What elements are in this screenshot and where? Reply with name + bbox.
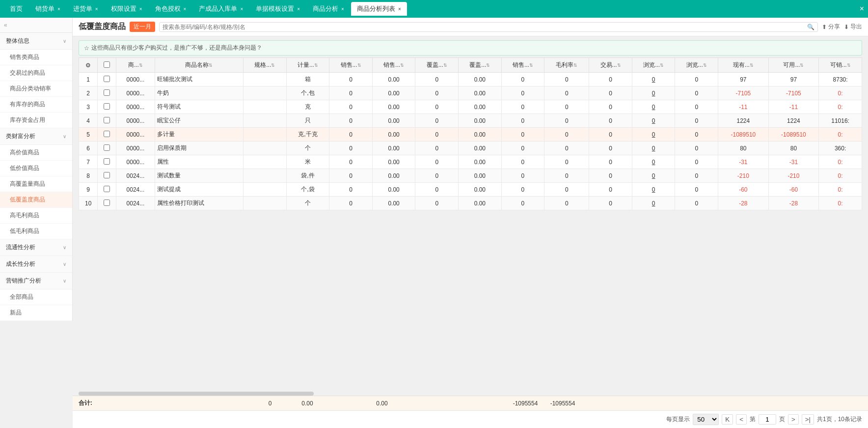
browse-link[interactable]: 0 — [652, 117, 655, 124]
table-column-header[interactable]: 可销...⇅ — [819, 58, 862, 73]
date-filter-button[interactable]: 近一月 — [130, 22, 155, 32]
row-checkbox[interactable] — [104, 144, 110, 151]
sidebar-section-title[interactable]: 营销推广分析∨ — [0, 273, 72, 289]
sidebar-item[interactable]: 低毛利商品 — [0, 224, 72, 239]
browse-link[interactable]: 0 — [652, 131, 655, 138]
sidebar-item[interactable]: 全部商品 — [0, 289, 72, 305]
sort-icon[interactable]: ⇅ — [800, 63, 804, 68]
row-checkbox[interactable] — [104, 158, 110, 165]
sidebar-section-title[interactable]: 整体信息∨ — [0, 33, 72, 50]
row-checkbox[interactable] — [104, 76, 110, 82]
sort-icon[interactable]: ⇅ — [314, 63, 318, 68]
settings-icon[interactable]: ⚙ — [85, 62, 91, 69]
table-column-header[interactable]: 销售...⇅ — [372, 58, 415, 73]
page-number-input[interactable] — [759, 414, 776, 425]
horizontal-scrollbar[interactable] — [79, 392, 862, 396]
table-column-header[interactable]: 商品名称⇅ — [155, 58, 243, 73]
sidebar-item[interactable]: 商品分类动销率 — [0, 81, 72, 97]
row-checkbox[interactable] — [104, 186, 110, 192]
sort-icon[interactable]: ⇅ — [529, 63, 533, 68]
browse-link[interactable]: 0 — [652, 104, 655, 111]
table-column-header[interactable]: 浏览...⇅ — [632, 58, 675, 73]
table-column-header[interactable]: 可用...⇅ — [768, 58, 819, 73]
browse-link[interactable]: 0 — [652, 76, 655, 83]
sidebar-collapse-icon[interactable]: « — [4, 22, 7, 29]
nav-tab[interactable]: 进货单 × — [67, 2, 104, 16]
sort-icon[interactable]: ⇅ — [847, 63, 851, 68]
tab-close[interactable]: × — [341, 6, 344, 12]
table-column-header[interactable]: 现有...⇅ — [718, 58, 769, 73]
table-column-header[interactable]: 销售...⇅ — [501, 58, 544, 73]
sort-icon[interactable]: ⇅ — [486, 63, 490, 68]
sidebar-item[interactable]: 低覆盖度商品 — [0, 192, 72, 208]
row-checkbox[interactable] — [104, 103, 110, 110]
select-all-checkbox[interactable] — [104, 61, 110, 68]
nav-tab[interactable]: 商品分析列表 × — [351, 2, 407, 16]
table-column-header[interactable]: 计量...⇅ — [286, 58, 329, 73]
nav-tab[interactable]: 商品分析 × — [307, 2, 350, 16]
browse-link[interactable]: 0 — [652, 172, 655, 179]
browse-link[interactable]: 0 — [652, 186, 655, 193]
nav-tab[interactable]: 销货单 × — [29, 2, 66, 16]
browse-link[interactable]: 0 — [652, 145, 655, 152]
tab-close[interactable]: × — [398, 6, 401, 12]
search-icon[interactable]: 🔍 — [807, 24, 814, 30]
next-page-button[interactable]: > — [788, 414, 799, 425]
sort-icon[interactable]: ⇅ — [660, 63, 664, 68]
nav-tab[interactable]: 单据模板设置 × — [250, 2, 306, 16]
browse-link[interactable]: 0 — [652, 200, 655, 207]
table-column-header[interactable]: 浏览...⇅ — [675, 58, 718, 73]
sort-icon[interactable]: ⇅ — [139, 63, 143, 68]
prev-page-button[interactable]: < — [736, 414, 747, 425]
row-checkbox[interactable] — [104, 131, 110, 137]
share-button[interactable]: ⬆ 分享 — [822, 23, 840, 31]
sidebar-item[interactable]: 低价值商品 — [0, 161, 72, 176]
sidebar-item[interactable]: 高毛利商品 — [0, 208, 72, 224]
table-column-header[interactable]: 交易...⇅ — [589, 58, 632, 73]
tab-close[interactable]: × — [297, 6, 300, 12]
row-checkbox[interactable] — [104, 172, 110, 178]
sidebar-item[interactable]: 高价值商品 — [0, 145, 72, 161]
table-column-header[interactable]: 覆盖...⇅ — [459, 58, 502, 73]
row-checkbox[interactable] — [104, 117, 110, 123]
last-page-button[interactable]: >| — [802, 414, 814, 425]
per-page-select[interactable]: 50 100 200 — [693, 414, 719, 425]
sidebar-item[interactable]: 交易过的商品 — [0, 65, 72, 81]
sort-icon[interactable]: ⇅ — [400, 63, 404, 68]
table-column-header[interactable]: 销售...⇅ — [329, 58, 373, 73]
sort-icon[interactable]: ⇅ — [357, 63, 361, 68]
tab-close[interactable]: × — [95, 6, 98, 12]
table-column-header[interactable]: 商...⇅ — [116, 58, 155, 73]
export-button[interactable]: ⬇ 导出 — [844, 23, 862, 31]
sort-icon[interactable]: ⇅ — [271, 63, 275, 68]
nav-tab[interactable]: 首页 — [4, 2, 28, 16]
sort-icon[interactable]: ⇅ — [750, 63, 754, 68]
nav-tab[interactable]: 权限设置 × — [105, 2, 148, 16]
tab-close[interactable]: × — [184, 6, 187, 12]
close-all-tabs[interactable]: × — [860, 4, 864, 13]
sidebar-section-title[interactable]: 流通性分析∨ — [0, 239, 72, 256]
browse-link[interactable]: 0 — [652, 159, 655, 166]
sidebar-section-title[interactable]: 成长性分析∨ — [0, 256, 72, 273]
tab-close[interactable]: × — [57, 6, 60, 12]
sidebar-item[interactable]: 有库存的商品 — [0, 97, 72, 113]
browse-link[interactable]: 0 — [652, 90, 655, 97]
sidebar-section-title[interactable]: 类财富分析∨ — [0, 128, 72, 145]
nav-tab[interactable]: 角色授权 × — [149, 2, 192, 16]
sort-icon[interactable]: ⇅ — [209, 63, 213, 68]
sort-icon[interactable]: ⇅ — [573, 63, 577, 68]
sort-icon[interactable]: ⇅ — [703, 63, 707, 68]
table-column-header[interactable]: 毛利率⇅ — [544, 58, 589, 73]
nav-tab[interactable]: 产成品入库单 × — [193, 2, 249, 16]
first-page-button[interactable]: K — [722, 414, 733, 425]
sidebar-item[interactable]: 销售类商品 — [0, 50, 72, 65]
row-checkbox[interactable] — [104, 89, 110, 96]
row-checkbox[interactable] — [104, 200, 110, 206]
search-input[interactable] — [163, 24, 805, 30]
sidebar-item[interactable]: 高覆盖量商品 — [0, 176, 72, 192]
sort-icon[interactable]: ⇅ — [443, 63, 447, 68]
sidebar-item[interactable]: 库存资金占用 — [0, 113, 72, 128]
tab-close[interactable]: × — [240, 6, 243, 12]
sort-icon[interactable]: ⇅ — [617, 63, 621, 68]
sidebar-item[interactable]: 新品 — [0, 305, 72, 321]
